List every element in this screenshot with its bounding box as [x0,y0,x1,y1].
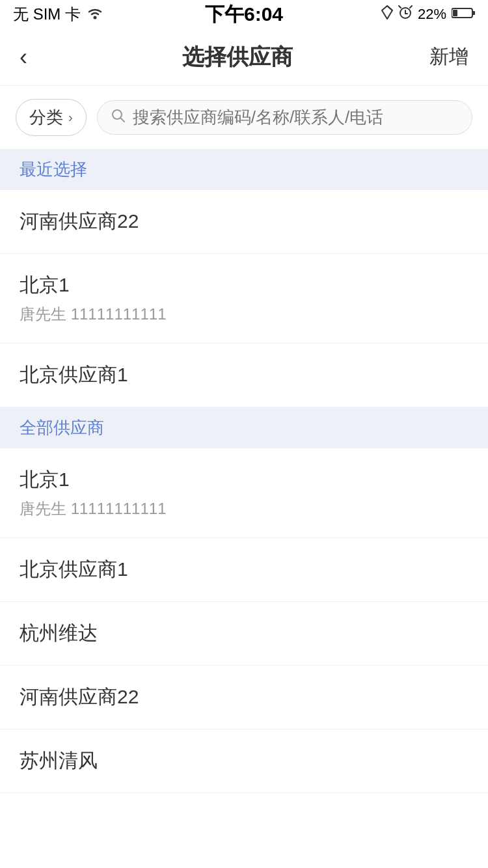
add-button[interactable]: 新增 [416,44,468,70]
search-area: 分类 › [0,86,488,149]
search-box[interactable] [97,100,472,135]
back-button[interactable]: ‹ [20,44,59,71]
category-label: 分类 [29,106,63,129]
list-item[interactable]: 北京供应商1 [0,538,488,602]
list-item[interactable]: 河南供应商22 [0,666,488,729]
alarm-icon [398,5,413,23]
recent-list: 河南供应商22 北京1 唐先生 11111111111 北京供应商1 [0,190,488,407]
list-item[interactable]: 杭州维达 [0,602,488,666]
status-left: 无 SIM 卡 [13,4,104,25]
chevron-right-icon: › [68,110,73,125]
page-title: 选择供应商 [182,42,293,72]
svg-line-8 [120,118,124,122]
status-time: 下午6:04 [205,1,283,28]
svg-rect-6 [453,10,457,16]
status-bar: 无 SIM 卡 下午6:04 22 [0,0,488,29]
list-item[interactable]: 苏州清风 [0,729,488,793]
nav-bar: ‹ 选择供应商 新增 [0,29,488,86]
location-icon [381,5,393,23]
category-button[interactable]: 分类 › [16,99,87,136]
svg-rect-5 [472,11,475,15]
battery-icon [452,6,475,23]
status-right: 22% [381,5,475,23]
list-item[interactable]: 北京1 唐先生 11111111111 [0,448,488,538]
recent-section-header: 最近选择 [0,149,488,190]
all-list: 北京1 唐先生 11111111111 北京供应商1 杭州维达 河南供应商22 … [0,448,488,793]
carrier-label: 无 SIM 卡 [13,4,81,25]
search-input[interactable] [133,107,459,128]
search-icon [111,108,126,128]
svg-point-0 [94,16,97,20]
list-item[interactable]: 北京供应商1 [0,344,488,407]
all-section-header: 全部供应商 [0,407,488,448]
wifi-icon [86,5,104,23]
list-item[interactable]: 河南供应商22 [0,190,488,254]
list-item[interactable]: 北京1 唐先生 11111111111 [0,254,488,344]
battery-label: 22% [418,6,446,23]
